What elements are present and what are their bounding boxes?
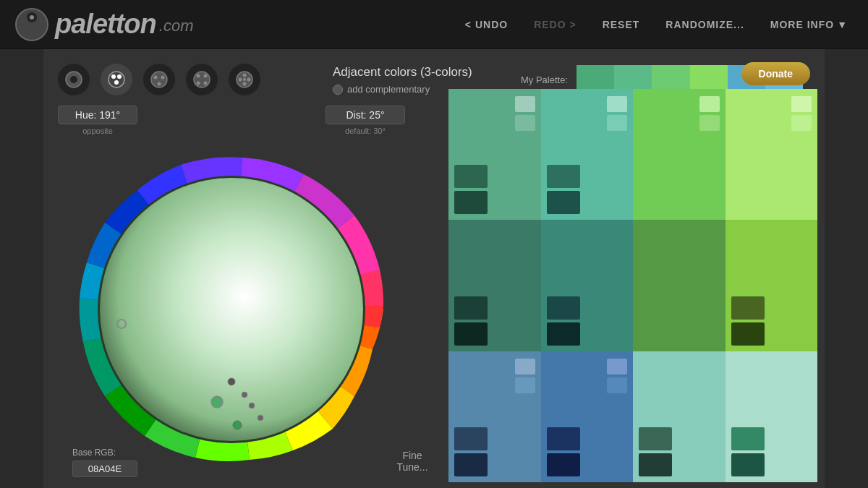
my-palette-label: My Palette: xyxy=(521,74,568,85)
small-swatch-5a xyxy=(454,296,488,320)
dist-input[interactable] xyxy=(326,106,405,124)
dist-sublabel: default: 30° xyxy=(345,127,386,135)
wheel-dot-2[interactable] xyxy=(233,421,242,429)
undo-button[interactable]: < UNDO xyxy=(459,16,514,33)
mono-mode-icon[interactable] xyxy=(58,64,90,95)
wheel-center-dot-1[interactable] xyxy=(228,378,235,385)
swatch-9b xyxy=(515,377,535,393)
hue-sublabel: opposite xyxy=(82,127,113,135)
small-swatch-12a xyxy=(731,427,765,450)
wheel-dot-1[interactable] xyxy=(211,396,223,408)
svg-point-12 xyxy=(158,82,161,86)
small-swatch-2b xyxy=(547,191,580,214)
small-swatch-6b xyxy=(547,322,580,346)
small-swatch-11a xyxy=(639,427,672,450)
small-swatch-9a xyxy=(454,427,488,450)
color-wheel-svg[interactable] xyxy=(58,136,405,483)
swatch-4b xyxy=(791,115,812,131)
logo-dot-com: .com xyxy=(159,17,194,35)
svg-point-27 xyxy=(100,178,363,441)
small-swatch-10a xyxy=(547,427,580,450)
small-swatch-10b xyxy=(547,453,580,476)
swatch-3a xyxy=(699,96,720,112)
svg-point-15 xyxy=(197,74,200,78)
triad-mode-icon[interactable] xyxy=(143,64,175,95)
small-swatch-12b xyxy=(731,453,765,476)
small-swatch-9b xyxy=(454,453,488,476)
palette-grid xyxy=(448,89,817,482)
svg-point-5 xyxy=(109,72,124,87)
svg-point-8 xyxy=(114,80,119,85)
small-swatch-5b xyxy=(454,322,488,346)
swatch-2b xyxy=(607,115,627,131)
grid-cell-12[interactable] xyxy=(726,351,818,482)
base-rgb-area: Base RGB: xyxy=(72,448,137,477)
hue-input[interactable] xyxy=(58,106,137,124)
grid-cell-3[interactable] xyxy=(633,89,726,220)
grid-cell-5[interactable] xyxy=(448,220,541,351)
grid-cell-8[interactable] xyxy=(726,220,818,351)
svg-point-16 xyxy=(204,74,208,78)
base-rgb-label: Base RGB: xyxy=(72,448,137,458)
small-swatch-8a xyxy=(731,296,765,320)
grid-cell-2[interactable] xyxy=(541,89,634,220)
grid-cell-1[interactable] xyxy=(448,89,541,220)
wheel-center-dot-3[interactable] xyxy=(249,403,255,408)
small-swatch-2a xyxy=(547,165,580,188)
fine-tune-button[interactable]: Fine Tune... xyxy=(391,450,434,473)
small-swatch-1a xyxy=(454,165,488,188)
header: paletton .com < UNDO REDO > RESET RANDOM… xyxy=(0,0,868,49)
redo-button[interactable]: REDO > xyxy=(528,16,582,33)
more-info-button[interactable]: MORE INFO ▼ xyxy=(765,16,854,33)
svg-point-21 xyxy=(243,74,247,77)
add-comp-label: add complementary xyxy=(347,84,430,95)
grid-cell-4[interactable] xyxy=(726,89,818,220)
nav-buttons: < UNDO REDO > RESET RANDOMIZE... MORE IN… xyxy=(459,16,854,33)
svg-point-17 xyxy=(197,82,200,85)
small-swatch-1b xyxy=(454,191,488,214)
svg-point-14 xyxy=(194,72,210,87)
svg-point-6 xyxy=(111,74,116,79)
small-swatch-8b xyxy=(731,322,765,346)
wheel-center-dot-2[interactable] xyxy=(242,392,247,398)
swatch-9a xyxy=(515,359,535,374)
tetrad-mode-icon[interactable] xyxy=(186,64,218,95)
svg-point-18 xyxy=(204,82,208,85)
donate-button[interactable]: Donate xyxy=(741,62,810,85)
svg-point-22 xyxy=(247,78,251,82)
swatch-1a xyxy=(515,96,535,112)
svg-point-23 xyxy=(243,82,247,86)
main-content: Donate xyxy=(43,49,825,488)
free-mode-icon[interactable] xyxy=(229,64,260,95)
adjacent-mode-icon[interactable] xyxy=(101,64,132,95)
swatch-10a xyxy=(607,359,627,374)
svg-point-24 xyxy=(243,78,246,81)
logo-icon xyxy=(14,7,49,42)
logo-area: paletton .com xyxy=(14,7,459,42)
logo-text: paletton xyxy=(55,9,156,40)
add-comp-checkbox[interactable] xyxy=(333,85,343,95)
grid-cell-9[interactable] xyxy=(448,351,541,482)
grid-cell-6[interactable] xyxy=(541,220,634,351)
wheel-area[interactable]: Base RGB: Fine Tune... xyxy=(58,136,434,483)
wheel-center-dot-4[interactable] xyxy=(258,415,263,421)
grid-cell-11[interactable] xyxy=(633,351,726,482)
swatch-4a xyxy=(791,96,812,112)
svg-point-20 xyxy=(239,78,242,82)
swatch-2a xyxy=(607,96,627,112)
svg-point-7 xyxy=(117,74,122,79)
small-swatch-6a xyxy=(547,296,580,320)
grid-cell-7[interactable] xyxy=(633,220,726,351)
swatch-3b xyxy=(699,115,720,131)
grid-cell-10[interactable] xyxy=(541,351,634,482)
small-swatch-11b xyxy=(639,453,672,476)
swatch-10b xyxy=(607,377,627,393)
svg-point-13 xyxy=(158,78,161,82)
swatch-1b xyxy=(515,115,535,131)
palette-grid-inner xyxy=(448,89,817,482)
dist-control: default: 30° xyxy=(326,106,405,135)
randomize-button[interactable]: RANDOMIZE... xyxy=(660,16,749,33)
base-rgb-input[interactable] xyxy=(72,461,137,477)
reset-button[interactable]: RESET xyxy=(597,16,646,33)
hue-control: opposite xyxy=(58,106,137,135)
